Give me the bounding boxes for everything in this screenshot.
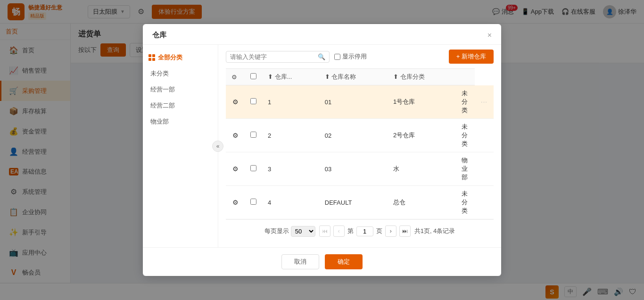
next-page-button[interactable]: ›: [385, 225, 396, 237]
row-check-1: [245, 85, 262, 119]
modal-title: 仓库: [152, 31, 166, 40]
confirm-button[interactable]: 确定: [325, 254, 363, 269]
col-header-actions: [456, 69, 475, 85]
row-num-3: 3: [262, 152, 319, 186]
col-header-code: ⬆ 仓库...: [262, 69, 319, 85]
row-category-4: 未分类: [456, 186, 475, 219]
select-all-checkbox[interactable]: [250, 73, 256, 79]
table-row[interactable]: ⚙ 2 02 2号仓库 未分类: [226, 119, 494, 152]
per-page-label: 每页显示: [264, 227, 289, 235]
total-records: 共1页, 4条记录: [414, 227, 455, 235]
row-num-4: 4: [262, 186, 319, 219]
row-category-1: 未分类: [456, 85, 475, 119]
show-disabled-checkbox[interactable]: [334, 54, 340, 60]
modal-header: 仓库 ×: [143, 24, 501, 45]
table-row[interactable]: ⚙ 3 03 水 物业部: [226, 152, 494, 186]
col-header-category: ⬆ 仓库分类: [388, 69, 456, 85]
all-categories-label: 全部分类: [158, 53, 182, 62]
last-page-button[interactable]: ⏭: [399, 225, 411, 237]
sort-category-icon[interactable]: ⬆: [393, 73, 398, 80]
pagination: 每页显示 50 100 200 ⏮ ‹ 第 页 › ⏭ 共1页, 4条记: [226, 219, 494, 242]
row-name-1: 1号仓库: [388, 85, 456, 119]
warehouse-table: ⚙ ⬆ 仓库... ⬆ 仓库名称: [226, 68, 494, 219]
row-name-4: 总仓: [388, 186, 456, 219]
all-categories-button[interactable]: 全部分类: [143, 50, 218, 66]
prev-page-button[interactable]: ‹: [333, 225, 345, 237]
row-gear-1: ⚙: [226, 85, 245, 119]
warehouse-modal: 仓库 × 全部分类 未分类 经营一部 经营二部 物业部 « 🔍: [143, 24, 501, 276]
search-icon[interactable]: 🔍: [318, 53, 325, 60]
collapse-button[interactable]: «: [212, 141, 223, 152]
row-checkbox-4[interactable]: [250, 199, 256, 205]
category-panel: 全部分类 未分类 经营一部 经营二部 物业部 «: [143, 45, 218, 247]
row-category-3: 物业部: [456, 152, 475, 186]
first-page-button[interactable]: ⏮: [319, 225, 330, 237]
category-item-operations2[interactable]: 经营二部: [143, 98, 218, 114]
row-actions-2[interactable]: [475, 119, 494, 152]
row-actions-3[interactable]: [475, 152, 494, 186]
table-toolbar: 🔍 显示停用 + 新增仓库: [226, 50, 494, 64]
modal-footer: 取消 确定: [143, 247, 501, 276]
sort-code-icon[interactable]: ⬆: [268, 73, 273, 80]
category-item-unclassified[interactable]: 未分类: [143, 66, 218, 82]
col-header-check: [245, 69, 262, 85]
category-item-property[interactable]: 物业部: [143, 114, 218, 130]
row-code-4: DEFAULT: [319, 186, 388, 219]
row-category-2: 未分类: [456, 119, 475, 152]
row-action-dots-1[interactable]: ···: [481, 98, 487, 105]
row-check-2: [245, 119, 262, 152]
col-header-name: ⬆ 仓库名称: [319, 69, 388, 85]
cancel-button[interactable]: 取消: [281, 254, 319, 269]
table-row[interactable]: ⚙ 1 01 1号仓库 未分类 ···: [226, 85, 494, 119]
per-page-dropdown[interactable]: 50 100 200: [291, 226, 315, 237]
show-disabled-wrapper: 显示停用: [334, 52, 367, 61]
row-num-2: 2: [262, 119, 319, 152]
show-disabled-label: 显示停用: [342, 52, 367, 61]
sort-name-icon[interactable]: ⬆: [325, 73, 330, 80]
table-row[interactable]: ⚙ 4 DEFAULT 总仓 未分类: [226, 186, 494, 219]
row-num-1: 1: [262, 85, 319, 119]
modal-close-button[interactable]: ×: [487, 31, 492, 40]
page-nav: ⏮ ‹ 第 页 › ⏭: [319, 225, 411, 237]
row-actions-1[interactable]: ···: [475, 85, 494, 119]
row-code-1: 01: [319, 85, 388, 119]
row-checkbox-3[interactable]: [250, 165, 256, 171]
row-gear-3: ⚙: [226, 152, 245, 186]
page-input[interactable]: [356, 226, 373, 236]
gear-header-icon[interactable]: ⚙: [231, 74, 237, 81]
page-size-select: 每页显示 50 100 200: [264, 226, 315, 237]
search-input[interactable]: [230, 53, 318, 60]
row-code-3: 03: [319, 152, 388, 186]
col-header-gear: ⚙: [226, 69, 245, 85]
row-gear-2: ⚙: [226, 119, 245, 152]
search-box: 🔍: [226, 51, 330, 63]
category-item-operations1[interactable]: 经营一部: [143, 82, 218, 98]
row-gear-4: ⚙: [226, 186, 245, 219]
row-name-3: 水: [388, 152, 456, 186]
grid-icon: [149, 54, 155, 61]
row-checkbox-2[interactable]: [250, 132, 256, 138]
new-warehouse-button[interactable]: + 新增仓库: [449, 50, 494, 64]
row-code-2: 02: [319, 119, 388, 152]
modal-body: 全部分类 未分类 经营一部 经营二部 物业部 « 🔍 显示停用 + 新增仓库: [143, 45, 501, 247]
page-unit: 页: [376, 227, 382, 235]
row-check-4: [245, 186, 262, 219]
row-checkbox-1[interactable]: [250, 98, 256, 104]
row-name-2: 2号仓库: [388, 119, 456, 152]
row-actions-4[interactable]: [475, 186, 494, 219]
page-label: 第: [347, 227, 354, 235]
table-panel: 🔍 显示停用 + 新增仓库 ⚙: [218, 45, 501, 247]
row-check-3: [245, 152, 262, 186]
